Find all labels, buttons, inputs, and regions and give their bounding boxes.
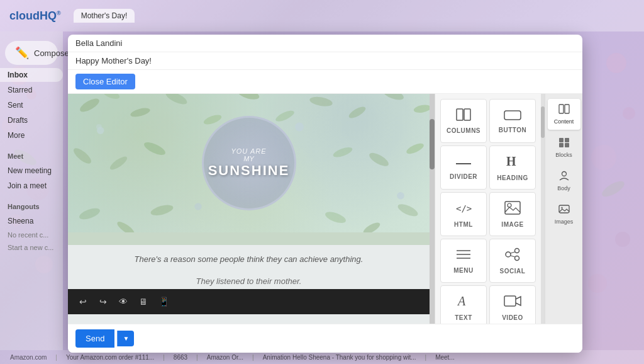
button-icon xyxy=(504,109,521,123)
svg-rect-47 xyxy=(505,202,520,214)
video-icon xyxy=(504,294,521,311)
email-content-area[interactable]: YOU ARE MY SUNSHINE There's a reason som… xyxy=(68,94,430,324)
sunshine-circle: YOU ARE MY SUNSHINE xyxy=(202,116,296,210)
email-body-text: There's a reason some people think they … xyxy=(87,254,411,264)
mobile-view-button[interactable]: 📱 xyxy=(156,294,171,309)
html-label: HTML xyxy=(454,221,473,228)
sunshine-text-my: MY xyxy=(243,155,254,162)
taskbar-separator-2: | xyxy=(196,354,198,361)
send-button[interactable]: Send xyxy=(75,329,114,348)
block-divider[interactable]: DIVIDER xyxy=(440,145,487,190)
redo-button[interactable]: ↪ xyxy=(96,294,111,309)
tab-images[interactable]: Images xyxy=(548,199,580,230)
taskbar-item-3[interactable]: Amazon Or... xyxy=(203,354,247,361)
compose-button[interactable]: ✏️ Compose xyxy=(5,41,58,65)
block-menu[interactable]: MENU xyxy=(440,239,487,283)
sidebar-item-new-meeting[interactable]: New meeting xyxy=(0,164,63,178)
svg-point-14 xyxy=(102,94,121,101)
sunshine-card: YOU ARE MY SUNSHINE xyxy=(68,94,430,232)
tab-content[interactable]: Content xyxy=(548,99,580,130)
browser-tab[interactable]: Mother's Day! xyxy=(74,9,135,23)
svg-rect-60 xyxy=(565,105,569,113)
block-text[interactable]: A TEXT xyxy=(440,285,487,324)
desktop-view-button[interactable]: 🖥 xyxy=(136,294,151,309)
taskbar-separator-3: | xyxy=(252,354,254,361)
block-image[interactable]: IMAGE xyxy=(489,192,536,236)
tab-blocks-label: Blocks xyxy=(555,152,572,158)
sidebar-item-no-recent[interactable]: No recent c... xyxy=(0,229,63,241)
svg-rect-64 xyxy=(565,143,569,147)
block-button[interactable]: BUTTON xyxy=(489,99,536,143)
tab-body[interactable]: Body xyxy=(548,166,580,196)
blocks-grid: COLUMNS BUTTON xyxy=(435,94,541,324)
svg-rect-62 xyxy=(565,138,569,142)
svg-point-27 xyxy=(332,145,353,159)
taskbar-item-0[interactable]: Amazon.com xyxy=(6,354,50,361)
svg-point-67 xyxy=(561,207,563,209)
heading-icon: H xyxy=(505,154,520,171)
close-editor-button[interactable]: Close Editor xyxy=(75,74,135,89)
meet-section: Meet xyxy=(0,150,63,162)
email-bottom-toolbar: ↩ ↪ 👁 🖥 📱 xyxy=(68,289,430,314)
block-html[interactable]: </> HTML xyxy=(440,192,487,236)
svg-rect-63 xyxy=(559,143,564,147)
svg-rect-58 xyxy=(504,296,516,306)
taskbar-item-1[interactable]: Your Amazon.com order #111... xyxy=(62,354,158,361)
tab-blocks[interactable]: Blocks xyxy=(548,132,580,163)
svg-text:</>: </> xyxy=(456,203,472,213)
svg-point-28 xyxy=(367,151,391,169)
svg-point-16 xyxy=(164,94,189,107)
menu-icon xyxy=(455,248,472,264)
taskbar-item-4[interactable]: Animation Hello Sheena - Thank you for s… xyxy=(259,354,420,361)
sidebar-item-sheena[interactable]: Sheena xyxy=(0,214,63,228)
columns-label: COLUMNS xyxy=(447,127,480,134)
email-subject-row: Happy Mother's Day! xyxy=(68,52,582,70)
heading-label: HEADING xyxy=(497,174,528,181)
block-columns[interactable]: COLUMNS xyxy=(440,99,487,143)
blocks-scrollbar[interactable] xyxy=(541,94,545,324)
images-tab-icon xyxy=(558,204,570,217)
sidebar-item-starred[interactable]: Starred xyxy=(0,83,63,97)
cloudhq-logo: cloudHQ® xyxy=(9,9,61,23)
svg-line-56 xyxy=(511,256,515,257)
scrollbar-thumb[interactable] xyxy=(430,119,435,169)
taskbar-item-5[interactable]: Meet... xyxy=(431,354,458,361)
sunshine-text-main: SUNSHINE xyxy=(208,162,290,179)
svg-rect-43 xyxy=(504,111,521,120)
svg-point-17 xyxy=(203,113,223,126)
svg-point-65 xyxy=(562,172,566,176)
undo-button[interactable]: ↩ xyxy=(75,294,91,309)
block-video[interactable]: VIDEO xyxy=(489,285,536,324)
svg-rect-41 xyxy=(457,109,463,120)
content-scrollbar[interactable] xyxy=(430,94,435,324)
image-icon xyxy=(504,201,521,218)
sidebar-item-drafts[interactable]: Drafts xyxy=(0,113,63,127)
hangouts-section: Hangouts xyxy=(0,200,63,213)
gmail-sidebar: ✏️ Compose Inbox Starred Sent Drafts Mor… xyxy=(0,31,63,350)
preview-button[interactable]: 👁 xyxy=(116,294,131,309)
svg-point-31 xyxy=(116,220,136,232)
menu-label: MENU xyxy=(453,267,473,274)
svg-point-29 xyxy=(405,141,425,156)
svg-point-35 xyxy=(396,202,419,219)
sidebar-item-start-new[interactable]: Start a new c... xyxy=(0,242,63,253)
sidebar-item-inbox[interactable]: Inbox xyxy=(0,68,63,82)
svg-point-39 xyxy=(295,123,304,132)
send-dropdown-button[interactable]: ▼ xyxy=(117,331,134,346)
sidebar-item-join-meet[interactable]: Join a meet xyxy=(0,179,63,193)
svg-point-18 xyxy=(237,94,260,101)
block-heading[interactable]: H HEADING xyxy=(489,145,536,190)
email-subject-value: Happy Mother's Day! xyxy=(75,56,152,65)
taskbar-separator-1: | xyxy=(163,354,165,361)
email-editor-modal: Bella Landini Happy Mother's Day! Close … xyxy=(68,35,582,353)
video-label: VIDEO xyxy=(502,314,523,321)
blocks-scrollbar-thumb[interactable] xyxy=(541,106,545,138)
svg-point-15 xyxy=(130,106,151,118)
taskbar-item-2[interactable]: 8663 xyxy=(170,354,191,361)
block-social[interactable]: SOCIAL xyxy=(489,239,536,283)
tab-body-label: Body xyxy=(557,185,570,191)
sidebar-item-sent[interactable]: Sent xyxy=(0,98,63,112)
sidebar-item-more[interactable]: More xyxy=(0,128,63,142)
divider-icon xyxy=(455,156,472,170)
svg-point-25 xyxy=(108,154,129,172)
